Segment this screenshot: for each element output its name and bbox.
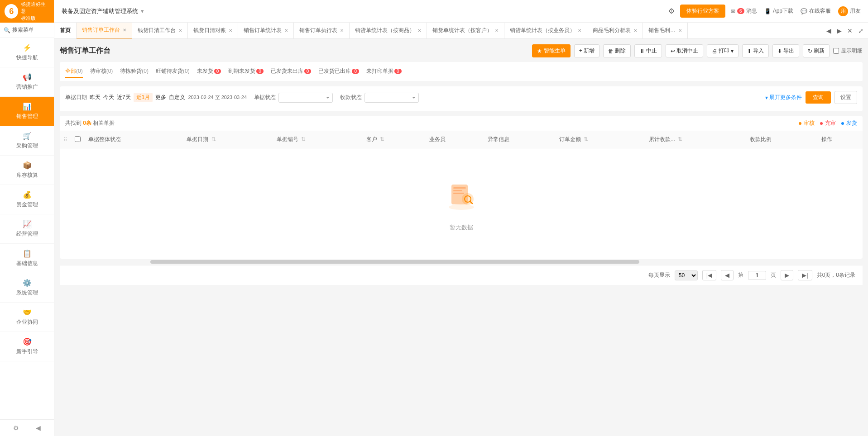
total-label: 共0页，0条记录 (817, 271, 855, 279)
sidebar-item-purchase[interactable]: 🛒 采购管理 (0, 126, 54, 156)
filter-tab-all[interactable]: 全部(0) (65, 66, 83, 78)
first-page-btn[interactable]: |◀ (702, 270, 716, 280)
print-btn[interactable]: 🖨 打印 ▾ (707, 44, 739, 57)
topbar: 装备及固定资产辅助管理系统 ▾ ⚙ 体验行业方案 ✉ 6 消息 📱 App下载 … (54, 0, 868, 23)
tab-sales-stats[interactable]: 销售订单统计表 ✕ (238, 23, 294, 39)
tab-scroll-left-btn[interactable]: ◀ (825, 26, 833, 35)
filter-tab-shop-pending[interactable]: 旺铺待发货(0) (156, 66, 190, 78)
close-icon[interactable]: ✕ (340, 28, 344, 33)
smart-create-btn[interactable]: ★ 智能生单 (532, 44, 571, 57)
show-detail-checkbox[interactable]: 显示明细 (833, 47, 863, 55)
tab-home[interactable]: 首页 (54, 23, 77, 39)
import-btn[interactable]: ⬆ 导入 (742, 44, 769, 57)
sidebar-item-quicknav[interactable]: ⚡ 快捷导航 (0, 38, 54, 67)
per-page-select[interactable]: 50 100 200 (675, 270, 698, 280)
solution-btn[interactable]: 体验行业方案 (680, 5, 725, 18)
export-btn[interactable]: ⬇ 导出 (772, 44, 799, 57)
delete-btn[interactable]: 🗑 删除 (603, 44, 631, 57)
filter-tab-shipped-out[interactable]: 已发货已出库0 (318, 66, 359, 78)
sort-icon[interactable]: ⇅ (380, 136, 384, 142)
sidebar-item-marketing[interactable]: 📢 营销推广 (0, 67, 54, 97)
cancel-pause-btn[interactable]: ↩ 取消中止 (666, 44, 703, 57)
sort-icon[interactable]: ⇅ (584, 136, 588, 142)
sort-icon[interactable]: ⇅ (678, 136, 682, 142)
sidebar-item-sales[interactable]: 📊 销售管理 (0, 97, 54, 126)
app-download-btn[interactable]: 📱 App下载 (764, 7, 793, 15)
user-menu-btn[interactable]: 用 用友 (838, 6, 861, 16)
batch-unaudit-btn[interactable]: 充审 (820, 119, 836, 127)
close-icon[interactable]: ✕ (633, 28, 637, 33)
filter-tabs: 全部(0) 待审核(0) 待拣验货(0) 旺铺待发货(0) 未发货0 到期未发货… (60, 62, 863, 82)
horizontal-scrollbar[interactable] (60, 259, 863, 265)
sidebar-item-search[interactable]: 🔍 搜索菜单 (0, 23, 54, 38)
date-shortcut-yesterday[interactable]: 昨天 (90, 94, 101, 101)
tab-gross-margin[interactable]: 商品毛利分析表 ✕ (587, 23, 643, 39)
tab-cash-daily[interactable]: 钱货日清工作台 ✕ (132, 23, 188, 39)
user-avatar-icon: 用 (838, 6, 848, 16)
filter-tab-pending-review[interactable]: 待审核(0) (90, 66, 113, 78)
tab-cash-reconcile[interactable]: 钱货日清对账 ✕ (188, 23, 238, 39)
tab-sales-by-staff[interactable]: 销货单统计表（按业务员） ✕ (504, 23, 587, 39)
close-icon[interactable]: ✕ (678, 28, 682, 33)
topbar-settings-btn[interactable]: ⚙ (668, 7, 675, 15)
batch-review-btn[interactable]: 审核 (799, 119, 815, 127)
scrollbar-thumb[interactable] (150, 260, 639, 264)
date-shortcut-custom[interactable]: 自定义 (169, 94, 185, 101)
collapse-btn[interactable]: ◀ (36, 424, 41, 431)
sort-icon[interactable]: ⇅ (301, 136, 306, 142)
close-icon[interactable]: ✕ (495, 28, 499, 33)
tab-scroll-right-btn[interactable]: ▶ (835, 26, 844, 35)
payment-select[interactable] (364, 93, 419, 103)
filter-tab-not-printed[interactable]: 未打印单据0 (366, 66, 402, 78)
sidebar-item-operations[interactable]: 📈 经营管理 (0, 214, 54, 244)
tab-close-all-btn[interactable]: ✕ (845, 26, 854, 35)
message-btn[interactable]: ✉ 6 消息 (731, 7, 757, 15)
empty-text: 暂无数据 (450, 223, 473, 232)
tab-sales-by-customer[interactable]: 销货单统计表（按客户） ✕ (427, 23, 504, 39)
sidebar-item-guide[interactable]: 🎯 新手引导 (0, 332, 54, 361)
date-shortcut-today[interactable]: 今天 (103, 94, 114, 101)
date-shortcut-1month[interactable]: 近1月 (134, 93, 153, 102)
sidebar-item-baseinfo[interactable]: 📋 基础信息 (0, 244, 54, 273)
next-page-btn[interactable]: ▶ (781, 270, 793, 280)
tab-sales-exec[interactable]: 销售订单执行表 ✕ (294, 23, 350, 39)
filter-tab-overdue-not-shipped[interactable]: 到期未发货0 (228, 66, 264, 78)
expand-more-btn[interactable]: ▾ 展开更多条件 (765, 94, 802, 101)
filter-setting-btn[interactable]: 设置 (834, 91, 857, 104)
date-shortcut-7days[interactable]: 近7天 (117, 94, 131, 101)
close-icon[interactable]: ✕ (178, 28, 182, 33)
new-btn[interactable]: + 新增 (574, 44, 599, 57)
tab-maximize-btn[interactable]: ⤢ (856, 26, 865, 35)
batch-ship-btn[interactable]: 发货 (841, 119, 857, 127)
close-icon[interactable]: ✕ (284, 28, 288, 33)
filter-tab-pending-check[interactable]: 待拣验货(0) (120, 66, 149, 78)
close-icon[interactable]: ✕ (578, 28, 581, 33)
page-number-input[interactable]: 1 (748, 271, 766, 280)
online-service-btn[interactable]: 💬 在线客服 (801, 7, 831, 15)
main-area: 装备及固定资产辅助管理系统 ▾ ⚙ 体验行业方案 ✉ 6 消息 📱 App下载 … (54, 0, 868, 436)
date-shortcut-more[interactable]: 更多 (155, 94, 166, 101)
sort-icon[interactable]: ⇅ (211, 136, 216, 142)
sidebar-item-system[interactable]: ⚙️ 系统管理 (0, 273, 54, 303)
sidebar-item-collab[interactable]: 🤝 企业协同 (0, 303, 54, 332)
close-icon[interactable]: ✕ (417, 28, 421, 33)
query-btn[interactable]: 查询 (806, 91, 831, 104)
tab-sales-by-product[interactable]: 销货单统计表（按商品） ✕ (350, 23, 427, 39)
settings-bottom-btn[interactable]: ⚙ (13, 424, 19, 431)
select-all-checkbox[interactable] (75, 136, 81, 142)
sidebar-item-inventory[interactable]: 📦 库存核算 (0, 156, 54, 185)
show-detail-input[interactable] (833, 48, 839, 54)
close-icon[interactable]: ✕ (229, 28, 232, 33)
refresh-btn[interactable]: ↻ 刷新 (803, 44, 830, 57)
tab-sales-margin[interactable]: 销售毛利… ✕ (643, 23, 688, 39)
sidebar-item-finance[interactable]: 💰 资金管理 (0, 185, 54, 214)
prev-page-btn[interactable]: ◀ (721, 270, 734, 280)
filter-tab-not-shipped[interactable]: 未发货0 (197, 66, 221, 78)
status-select[interactable] (278, 93, 333, 103)
sidebar-bottom: ⚙ ◀ (0, 419, 54, 436)
filter-tab-shipped-not-out[interactable]: 已发货未出库0 (271, 66, 312, 78)
close-icon[interactable]: ✕ (123, 28, 126, 33)
tab-sales-order-workbench[interactable]: 销售订单工作台 ✕ (77, 23, 132, 39)
pause-btn[interactable]: ⏸ 中止 (634, 44, 662, 57)
last-page-btn[interactable]: ▶| (798, 270, 812, 280)
